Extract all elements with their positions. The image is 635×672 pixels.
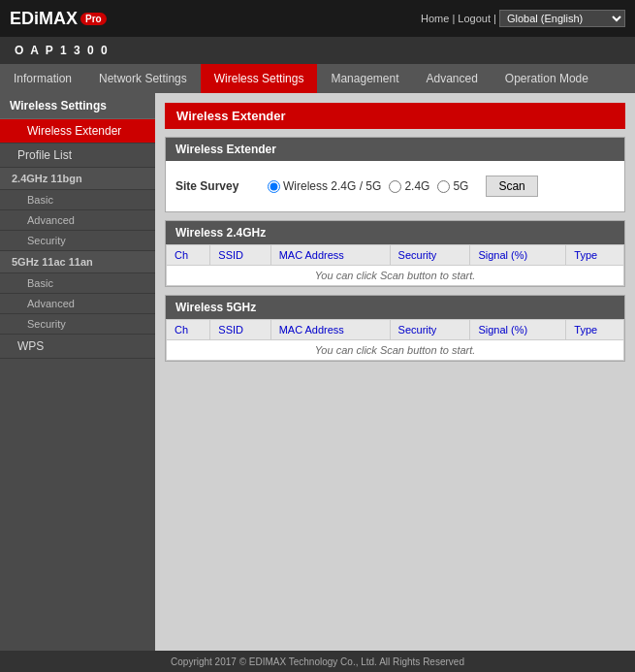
home-link[interactable]: Home — [421, 13, 449, 24]
wireless-extender-panel: Wireless Extender Site Survey Wireless 2… — [165, 137, 625, 212]
table-header-row: Ch SSID MAC Address Security Signal (%) … — [167, 320, 624, 340]
nav-operation-mode[interactable]: Operation Mode — [492, 64, 602, 93]
col-signal: Signal (%) — [470, 245, 566, 266]
sidebar-group-2.4ghz[interactable]: 2.4GHz 11bgn — [0, 168, 155, 190]
radio-2.4g-label[interactable]: 2.4G — [389, 179, 429, 193]
sidebar-item-2.4-security[interactable]: Security — [0, 231, 155, 251]
table-header-row: Ch SSID MAC Address Security Signal (%) … — [167, 245, 624, 266]
radio-both[interactable] — [268, 180, 280, 193]
col-ssid-5: SSID — [210, 320, 270, 340]
sidebar-section-title: Wireless Settings — [0, 93, 155, 119]
empty-message-5: You can click Scan button to start. — [167, 340, 624, 361]
radio-2.4g-text: 2.4G — [404, 179, 429, 193]
nav-advanced[interactable]: Advanced — [412, 64, 491, 93]
sidebar-item-2.4-advanced[interactable]: Advanced — [0, 210, 155, 231]
logo-pro: Pro — [80, 13, 107, 25]
nav-bar: Information Network Settings Wireless Se… — [0, 64, 635, 93]
panel1-header: Wireless Extender — [166, 138, 624, 161]
panel2-body: Ch SSID MAC Address Security Signal (%) … — [166, 244, 624, 286]
col-ssid: SSID — [210, 245, 270, 266]
radio-2.4g[interactable] — [389, 180, 401, 193]
radio-5g[interactable] — [437, 180, 450, 193]
radio-both-label[interactable]: Wireless 2.4G / 5G — [268, 179, 381, 193]
footer: Copyright 2017 © EDIMAX Technology Co., … — [0, 651, 635, 672]
wireless-2.4-table: Ch SSID MAC Address Security Signal (%) … — [166, 244, 624, 286]
table-row: You can click Scan button to start. — [167, 266, 624, 286]
sidebar-item-wps[interactable]: WPS — [0, 335, 155, 359]
sidebar-group-5ghz[interactable]: 5GHz 11ac 11an — [0, 251, 155, 273]
sidebar-item-2.4-basic[interactable]: Basic — [0, 190, 155, 210]
panel3-body: Ch SSID MAC Address Security Signal (%) … — [166, 319, 624, 361]
col-ch-5: Ch — [167, 320, 210, 340]
col-mac-5: MAC Address — [270, 320, 390, 340]
col-security: Security — [390, 245, 470, 266]
radio-both-text: Wireless 2.4G / 5G — [283, 179, 381, 193]
panel2-header: Wireless 2.4GHz — [166, 221, 624, 244]
header-links: Home | Logout | Global (English) Chinese… — [421, 10, 625, 27]
sidebar-item-profile-list[interactable]: Profile List — [0, 144, 155, 168]
logo: EDiMAX Pro — [10, 9, 107, 29]
col-type-5: Type — [566, 320, 624, 340]
logout-link[interactable]: Logout — [458, 13, 491, 24]
sidebar-item-5-advanced[interactable]: Advanced — [0, 294, 155, 314]
site-survey-label: Site Survey — [175, 179, 253, 193]
device-bar: O A P 1 3 0 0 — [0, 37, 635, 64]
nav-wireless-settings[interactable]: Wireless Settings — [201, 64, 318, 93]
language-select[interactable]: Global (English) Chinese (Traditional) C… — [499, 10, 625, 27]
wireless-5-table: Ch SSID MAC Address Security Signal (%) … — [166, 319, 624, 361]
wireless-5ghz-panel: Wireless 5GHz Ch SSID MAC Address Securi… — [165, 295, 625, 362]
col-signal-5: Signal (%) — [470, 320, 566, 340]
col-type: Type — [566, 245, 624, 266]
scan-button[interactable]: Scan — [486, 176, 537, 197]
panel3-header: Wireless 5GHz — [166, 296, 624, 319]
device-model: O A P 1 3 0 0 — [15, 44, 620, 57]
logo-text: EDiMAX — [10, 9, 78, 29]
nav-management[interactable]: Management — [317, 64, 412, 93]
table-row: You can click Scan button to start. — [167, 340, 624, 361]
sidebar: Wireless Settings Wireless Extender Prof… — [0, 93, 155, 651]
sidebar-item-wireless-extender[interactable]: Wireless Extender — [0, 119, 155, 144]
empty-message-2.4: You can click Scan button to start. — [167, 266, 624, 286]
main-area: Wireless Settings Wireless Extender Prof… — [0, 93, 635, 651]
footer-text: Copyright 2017 © EDIMAX Technology Co., … — [171, 656, 464, 667]
nav-network-settings[interactable]: Network Settings — [85, 64, 201, 93]
arrow-icon — [17, 127, 23, 135]
content-area: Wireless Extender Wireless Extender Site… — [155, 93, 635, 651]
wireless-2.4ghz-panel: Wireless 2.4GHz Ch SSID MAC Address Secu… — [165, 220, 625, 287]
panel1-body: Site Survey Wireless 2.4G / 5G 2.4G 5 — [166, 161, 624, 211]
col-mac: MAC Address — [270, 245, 390, 266]
sidebar-item-5-security[interactable]: Security — [0, 314, 155, 335]
radio-5g-label[interactable]: 5G — [437, 179, 468, 193]
col-security-5: Security — [390, 320, 470, 340]
radio-group: Wireless 2.4G / 5G 2.4G 5G Scan — [268, 176, 538, 197]
radio-5g-text: 5G — [453, 179, 468, 193]
sidebar-item-5-basic[interactable]: Basic — [0, 273, 155, 294]
col-ch: Ch — [167, 245, 210, 266]
page-title: Wireless Extender — [165, 103, 625, 129]
header: EDiMAX Pro Home | Logout | Global (Engli… — [0, 0, 635, 37]
nav-information[interactable]: Information — [0, 64, 85, 93]
site-survey-row: Site Survey Wireless 2.4G / 5G 2.4G 5 — [175, 171, 615, 202]
